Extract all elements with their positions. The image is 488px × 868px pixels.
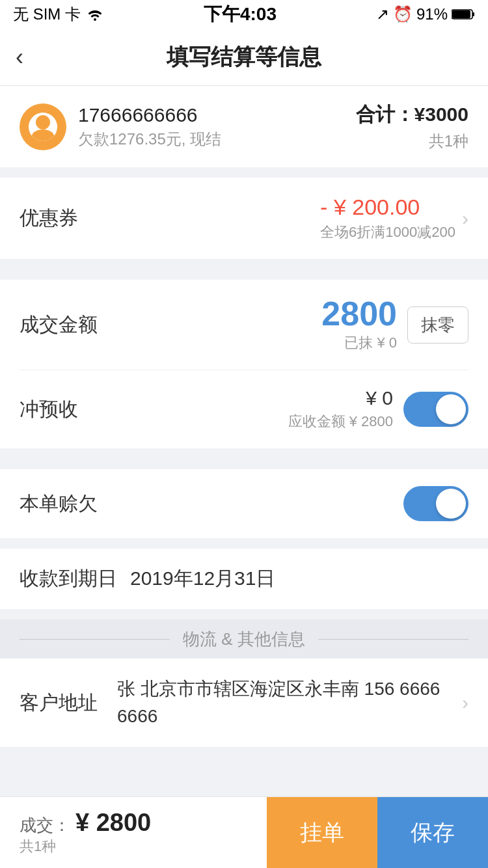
status-time: 下午4:03: [204, 2, 277, 27]
battery-icon: [452, 8, 475, 20]
coupon-info: - ¥ 200.00 全场6折满1000减200: [320, 195, 455, 242]
deal-amount-right: 2800 已抹 ¥ 0 抹零: [321, 297, 468, 353]
deal-amount-row: 成交金额 2800 已抹 ¥ 0 抹零: [20, 280, 468, 370]
duedate-section: 收款到期日 2019年12月31日: [0, 549, 488, 609]
prereceive-row: 冲预收 ¥ 0 应收金额 ¥ 2800: [20, 370, 468, 448]
round-button[interactable]: 抹零: [407, 306, 468, 344]
separator-1: [0, 269, 488, 280]
avatar: [20, 103, 66, 150]
customer-info: 17666666666 欠款1276.35元, 现结: [78, 104, 221, 150]
status-left: 无 SIM 卡: [13, 4, 104, 25]
coupon-row[interactable]: 优惠券 - ¥ 200.00 全场6折满1000减200 ›: [0, 178, 488, 259]
status-bar: 无 SIM 卡 下午4:03 ↗ ⏰ 91%: [0, 0, 488, 29]
prereceive-sub: 应收金额 ¥ 2800: [288, 412, 393, 431]
deal-amount-value-wrapper: 2800 已抹 ¥ 0: [321, 297, 397, 353]
wifi-icon: [86, 8, 104, 21]
prereceive-right: ¥ 0 应收金额 ¥ 2800: [288, 387, 468, 431]
debt-toggle-knob: [436, 489, 466, 519]
debt-right: [403, 486, 468, 521]
hold-button[interactable]: 挂单: [267, 797, 377, 869]
prereceive-amount: ¥ 0: [288, 387, 393, 409]
toggle-knob: [436, 394, 466, 424]
customer-phone: 17666666666: [78, 104, 221, 126]
customer-card: 17666666666 欠款1276.35元, 现结 合计：¥3000 共1种: [0, 86, 488, 167]
avatar-body: [32, 129, 54, 141]
deal-amount-label: 成交金额: [20, 312, 98, 338]
bottom-count: 共1种: [20, 837, 247, 856]
back-button[interactable]: ‹: [16, 44, 23, 71]
prereceive-toggle[interactable]: [403, 392, 468, 427]
bottom-info: 成交： ¥ 2800 共1种: [0, 809, 267, 856]
separator-2: [0, 448, 488, 459]
debt-label: 本单赊欠: [20, 491, 98, 517]
address-section[interactable]: 客户地址 张 北京市市辖区海淀区永丰南 156 6666 6666 ›: [0, 658, 488, 747]
total-count: 共1种: [356, 131, 468, 152]
deal-amount-sub: 已抹 ¥ 0: [321, 333, 397, 353]
address-value: 张 北京市市辖区海淀区永丰南 156 6666 6666: [117, 675, 462, 730]
content: 17666666666 欠款1276.35元, 现结 合计：¥3000 共1种 …: [0, 86, 488, 868]
svg-rect-2: [452, 10, 470, 18]
bottom-deal-label: 成交：: [20, 814, 70, 837]
alarm-icon: ⏰: [393, 5, 413, 23]
debt-section: 本单赊欠: [0, 469, 488, 538]
nav-bar: ‹ 填写结算等信息: [0, 29, 488, 86]
bottom-bar: 成交： ¥ 2800 共1种 挂单 保存: [0, 796, 488, 868]
debt-row: 本单赊欠: [20, 469, 468, 538]
customer-right: 合计：¥3000 共1种: [356, 102, 468, 152]
debt-toggle[interactable]: [403, 486, 468, 521]
svg-rect-1: [472, 12, 474, 16]
coupon-right: - ¥ 200.00 全场6折满1000减200 ›: [320, 195, 468, 242]
customer-left: 17666666666 欠款1276.35元, 现结: [20, 103, 221, 150]
status-right: ↗ ⏰ 91%: [376, 5, 475, 23]
prereceive-label: 冲预收: [20, 396, 78, 423]
page-title: 填写结算等信息: [167, 42, 321, 72]
address-chevron-icon: ›: [462, 692, 468, 714]
save-button[interactable]: 保存: [377, 797, 488, 869]
coupon-desc: 全场6折满1000减200: [320, 223, 455, 242]
avatar-icon: [29, 113, 57, 141]
location-icon: ↗: [376, 5, 389, 23]
battery-label: 91%: [416, 5, 448, 23]
customer-sub: 欠款1276.35元, 现结: [78, 129, 221, 150]
sim-label: 无 SIM 卡: [13, 4, 81, 25]
coupon-label: 优惠券: [20, 205, 78, 232]
duedate-label: 收款到期日: [20, 565, 117, 592]
bottom-amount: ¥ 2800: [75, 809, 151, 837]
address-label: 客户地址: [20, 690, 98, 716]
coupon-discount: - ¥ 200.00: [320, 195, 455, 220]
deal-amount-value: 2800: [321, 297, 397, 331]
duedate-value: 2019年12月31日: [130, 565, 275, 592]
divider-section: 物流 & 其他信息: [0, 619, 488, 658]
total-amount: 合计：¥3000: [356, 102, 468, 128]
amount-section: 成交金额 2800 已抹 ¥ 0 抹零 冲预收 ¥ 0 应收金额 ¥ 2800: [0, 280, 488, 448]
coupon-chevron-icon: ›: [462, 208, 468, 230]
avatar-head: [36, 115, 50, 129]
prereceive-amount-wrapper: ¥ 0 应收金额 ¥ 2800: [288, 387, 393, 431]
divider-text: 物流 & 其他信息: [170, 628, 318, 651]
